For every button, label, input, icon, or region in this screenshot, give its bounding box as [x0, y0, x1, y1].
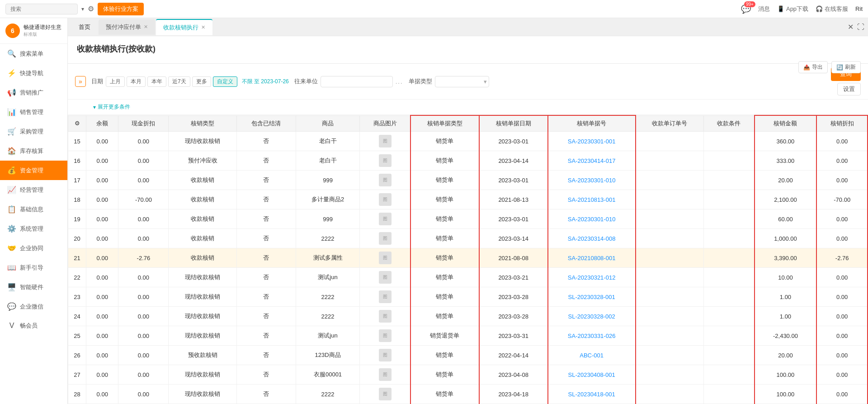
cell-verify-bill-no[interactable]: SL-20230408-001: [548, 365, 636, 385]
bill-no-link[interactable]: SL-20230408-001: [568, 371, 615, 378]
sidebar-item-search[interactable]: 🔍 搜索菜单: [0, 44, 67, 63]
tab-verify-label: 收款核销执行: [163, 24, 198, 32]
cell-verify-bill-no[interactable]: SA-20230331-026: [548, 326, 636, 346]
cell-goods: 多计量商品2: [296, 190, 360, 209]
bill-no-link[interactable]: SA-20210808-001: [568, 255, 616, 261]
table-row: 15 0.00 0.00 现结收款核销 否 老白干 图 销货单 2023-03-…: [68, 132, 868, 151]
col-settings[interactable]: ⚙: [68, 115, 86, 132]
sidebar-item-hardware[interactable]: 🖥️ 智能硬件: [0, 277, 67, 297]
cell-balance: 0.00: [86, 190, 118, 209]
cell-goods: 测试jun: [296, 268, 360, 287]
cell-verify-discount: 0.00: [816, 132, 868, 151]
sidebar-item-label: 系统管理: [20, 225, 43, 233]
sidebar-item-vip[interactable]: V 畅会员: [0, 316, 67, 335]
bill-no-link[interactable]: SA-20230301-010: [568, 216, 616, 223]
cell-verify-bill-no[interactable]: SL-20230418-001: [548, 385, 636, 404]
quicknav-icon: ⚡: [7, 69, 16, 77]
customer-filter-input[interactable]: [321, 76, 393, 87]
this-month-btn[interactable]: 本月: [127, 76, 146, 87]
cell-verify-bill-no[interactable]: SA-20230321-012: [548, 268, 636, 287]
sidebar-item-operation[interactable]: 📈 经营管理: [0, 180, 67, 200]
cell-receipt-order-no: [636, 132, 704, 151]
sidebar-item-basic[interactable]: 📋 基础信息: [0, 200, 67, 219]
custom-date-btn[interactable]: 自定义: [213, 76, 237, 87]
sidebar-item-guide[interactable]: 📖 新手引导: [0, 258, 67, 277]
bill-no-link[interactable]: SA-20230414-017: [568, 157, 616, 164]
cell-verify-bill-type: 销货单: [410, 365, 479, 385]
sidebar-item-collab[interactable]: 🤝 企业协同: [0, 238, 67, 258]
cell-cash-discount: 0.00: [118, 209, 169, 229]
bill-no-link[interactable]: SA-20230314-008: [568, 235, 616, 242]
cell-verify-bill-no[interactable]: SA-20230301-010: [548, 171, 636, 190]
sidebar-item-quicknav[interactable]: ⚡ 快捷导航: [0, 63, 67, 83]
bill-no-link[interactable]: SL-20230328-001: [568, 294, 615, 300]
bill-no-link[interactable]: SA-20230301-010: [568, 177, 616, 184]
refresh-label: 刷新: [845, 63, 856, 71]
cell-verify-bill-no[interactable]: SL-20230328-001: [548, 287, 636, 307]
cell-verify-bill-date: 2023-03-28: [479, 307, 548, 326]
voucher-type-select[interactable]: [435, 76, 489, 87]
cell-goods-image: 图: [360, 307, 410, 326]
more-date-btn[interactable]: 更多: [192, 76, 211, 87]
cell-receipt-condition: [704, 365, 755, 385]
cell-receipt-order-no: [636, 346, 704, 365]
bill-no-link[interactable]: SA-20230321-012: [568, 274, 616, 281]
cell-verify-discount: 0.00: [816, 209, 868, 229]
goods-image: 图: [379, 271, 392, 284]
cell-verify-bill-no[interactable]: SA-20210813-001: [548, 190, 636, 209]
industry-button[interactable]: 体验行业方案: [98, 3, 144, 15]
last-7days-btn[interactable]: 近7天: [168, 76, 190, 87]
bill-no-link[interactable]: SA-20210813-001: [568, 196, 616, 203]
settings-button[interactable]: 设置: [837, 83, 861, 95]
tab-verify[interactable]: 收款核销执行 ✕: [156, 19, 212, 35]
sidebar-item-system[interactable]: ⚙️ 系统管理: [0, 219, 67, 238]
cell-verify-bill-no[interactable]: SL-20230328-002: [548, 307, 636, 326]
goods-image: 图: [379, 193, 392, 206]
search-input[interactable]: [5, 4, 78, 14]
sidebar-item-sales[interactable]: 📊 销售管理: [0, 102, 67, 122]
tab-prepay-close[interactable]: ✕: [144, 24, 148, 30]
sidebar-item-wechat[interactable]: 💬 企业微信: [0, 297, 67, 316]
tab-verify-close[interactable]: ✕: [201, 24, 205, 30]
cell-receipt-condition: [704, 307, 755, 326]
cell-verify-bill-no[interactable]: ABC-001: [548, 346, 636, 365]
last-month-btn[interactable]: 上月: [106, 76, 125, 87]
maximize-icon[interactable]: ⛶: [857, 23, 864, 31]
table-row: 17 0.00 0.00 收款核销 否 999 图 销货单 2023-03-01…: [68, 171, 868, 190]
expand-more-button[interactable]: ▾ 展开更多条件: [93, 101, 843, 113]
gear-icon[interactable]: ⚙: [88, 5, 94, 13]
sidebar-item-inventory[interactable]: 🏠 库存核算: [0, 141, 67, 161]
bill-no-link[interactable]: SL-20230328-002: [568, 313, 615, 320]
message-badge: 99+: [744, 1, 755, 7]
sidebar-item-finance[interactable]: 💰 资金管理: [0, 161, 67, 180]
message-icon[interactable]: 💬 99+: [741, 4, 751, 14]
date-filter-label: 日期: [91, 77, 103, 86]
this-year-btn[interactable]: 本年: [147, 76, 166, 87]
cell-cash-discount: -70.00: [118, 190, 169, 209]
bill-no-link[interactable]: SA-20230331-026: [568, 333, 616, 339]
export-button[interactable]: 📤 导出: [798, 61, 828, 73]
online-service-button[interactable]: 🎧 在线客服: [816, 5, 848, 13]
tab-home[interactable]: 首页: [71, 19, 98, 35]
bill-no-link[interactable]: SA-20230301-001: [568, 138, 616, 145]
cell-verify-bill-no[interactable]: SA-20230314-008: [548, 229, 636, 248]
filter-expand-button[interactable]: »: [75, 76, 86, 87]
sidebar-item-purchase[interactable]: 🛒 采购管理: [0, 122, 67, 141]
bill-no-link[interactable]: ABC-001: [580, 352, 604, 359]
tab-prepay[interactable]: 预付冲应付单 ✕: [99, 19, 155, 35]
cell-verify-bill-no[interactable]: SA-20210808-001: [548, 248, 636, 268]
app-download-button[interactable]: 📱 App下载: [777, 5, 808, 13]
operation-icon: 📈: [7, 185, 16, 194]
cell-verify-bill-no[interactable]: SA-20230301-001: [548, 132, 636, 151]
sidebar-item-marketing[interactable]: 📢 营销推广: [0, 83, 67, 102]
bill-no-link[interactable]: SL-20230418-001: [568, 391, 615, 398]
cell-verify-bill-no[interactable]: SA-20230301-010: [548, 209, 636, 229]
close-window-icon[interactable]: ✕: [848, 23, 854, 31]
cell-verify-bill-no[interactable]: SA-20230414-017: [548, 151, 636, 171]
cell-verify-bill-type: 销货单: [410, 248, 479, 268]
cell-balance: 0.00: [86, 171, 118, 190]
refresh-button[interactable]: 🔄 刷新: [831, 61, 861, 73]
chevron-down-icon[interactable]: ▾: [81, 6, 84, 12]
top-bar-right: 💬 99+ 消息 📱 App下载 🎧 在线客服 Rit: [741, 4, 863, 14]
message-label[interactable]: 消息: [758, 5, 770, 13]
